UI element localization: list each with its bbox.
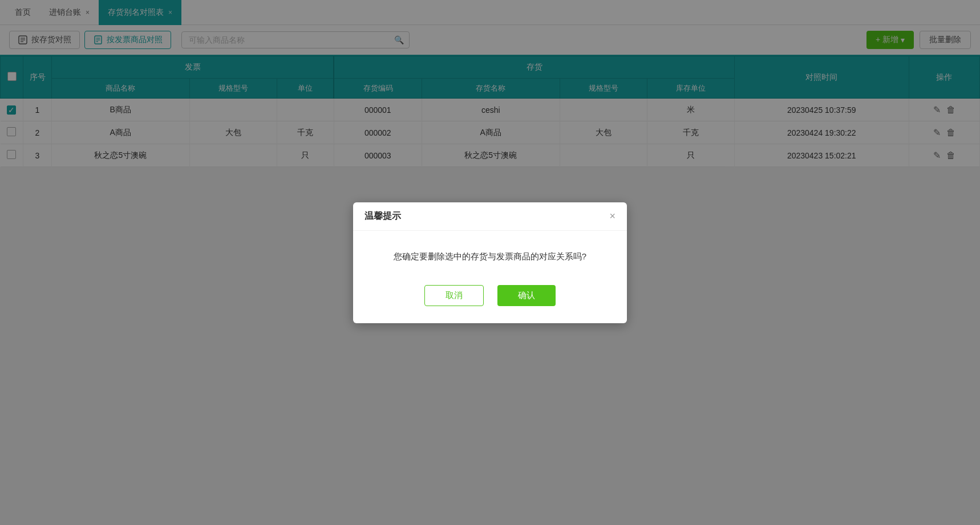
dialog-body: 您确定要删除选中的存货与发票商品的对应关系吗? — [353, 231, 627, 279]
confirm-dialog: 温馨提示 × 您确定要删除选中的存货与发票商品的对应关系吗? 取消 确认 — [353, 202, 627, 323]
dialog-overlay: 温馨提示 × 您确定要删除选中的存货与发票商品的对应关系吗? 取消 确认 — [0, 0, 980, 525]
dialog-message: 您确定要删除选中的存货与发票商品的对应关系吗? — [394, 251, 586, 261]
dialog-cancel-button[interactable]: 取消 — [424, 285, 484, 306]
dialog-confirm-button[interactable]: 确认 — [497, 285, 556, 306]
dialog-footer: 取消 确认 — [353, 279, 627, 323]
dialog-title: 温馨提示 — [365, 210, 401, 222]
dialog-header: 温馨提示 × — [353, 202, 627, 231]
dialog-close-button[interactable]: × — [609, 211, 615, 221]
